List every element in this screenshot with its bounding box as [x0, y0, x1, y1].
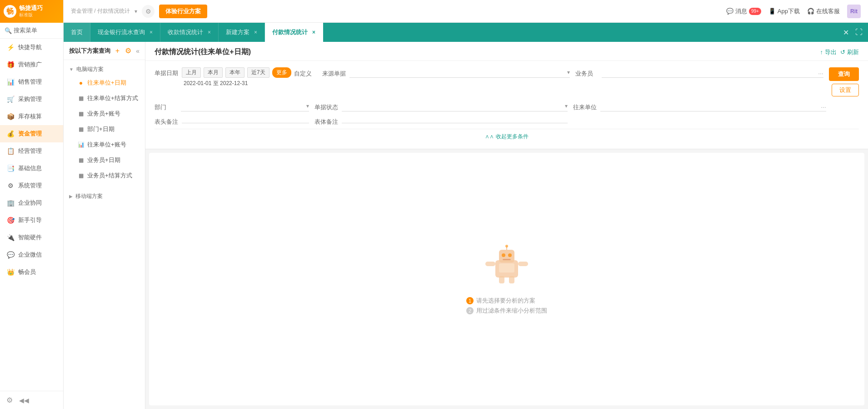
active-scheme-icon: ● — [77, 79, 85, 86]
tab-payment-close-icon[interactable]: × — [312, 29, 315, 35]
refresh-button[interactable]: ↺ 刷新 — [840, 48, 859, 56]
scheme-item-label: 业务员+日期 — [87, 156, 120, 164]
svg-rect-1 — [499, 250, 514, 263]
group-expand-icon: ▼ — [69, 67, 74, 72]
sales-icon: 📊 — [6, 78, 15, 86]
guide-icon: 🎯 — [6, 216, 15, 224]
svg-rect-11 — [499, 263, 514, 273]
sidebar-item-finance[interactable]: 💰 资金管理 — [0, 125, 63, 142]
tab-bank-close-icon[interactable]: × — [150, 29, 153, 35]
unit-input[interactable]: … — [600, 101, 826, 111]
breadcrumb: 资金管理 / 付款情况统计 — [71, 7, 130, 15]
sidebar-item-member[interactable]: 👑 畅会员 — [0, 263, 63, 281]
sidebar-item-label: 企业微信 — [18, 251, 42, 259]
scheme-item-staff-settle[interactable]: ▦ 业务员+结算方式 — [64, 168, 145, 183]
scheme-icon: ▦ — [77, 110, 85, 117]
voucher-status-filter-group: 单据状态 ▾ — [314, 101, 568, 111]
export-label: 导出 — [825, 48, 837, 56]
scheme-item-unit-settle[interactable]: ▦ 往来单位+结算方式 — [64, 91, 145, 106]
sidebar-item-sales[interactable]: 📊 销售管理 — [0, 73, 63, 91]
settings-button[interactable]: 设置 — [832, 84, 859, 96]
scheme-item-staff-account[interactable]: ▦ 业务员+账号 — [64, 106, 145, 121]
footer-settings-icon[interactable]: ⚙ — [6, 396, 13, 404]
scheme-item-unit-date[interactable]: ● 往来单位+日期 — [64, 75, 145, 91]
voucher-status-label: 单据状态 — [314, 101, 338, 111]
dept-dropdown-icon: ▾ — [306, 103, 309, 109]
table-header-note-input[interactable] — [182, 119, 309, 123]
date-btn-this-year[interactable]: 本年 — [225, 67, 244, 78]
date-filter-label: 单据日期 — [155, 67, 178, 77]
date-btn-more[interactable]: 更多 — [272, 67, 291, 78]
tab-receipt-close-icon[interactable]: × — [208, 29, 211, 35]
staff-input[interactable]: … — [602, 67, 823, 78]
sidebar-item-hardware[interactable]: 🔌 智能硬件 — [0, 229, 63, 246]
footer-collapse-icon[interactable]: ◀◀ — [19, 397, 29, 404]
scheme-group-desktop-title[interactable]: ▼ 电脑端方案 — [64, 64, 145, 75]
svg-point-6 — [505, 245, 508, 247]
date-range-display: 2022-01-01 至 2022-12-31 — [182, 80, 317, 87]
date-btn-7days[interactable]: 近7天 — [247, 67, 269, 78]
query-button[interactable]: 查询 — [829, 67, 859, 81]
breadcrumb-dropdown-icon[interactable]: ▾ — [135, 8, 137, 15]
sidebar-item-operation[interactable]: 📋 经营管理 — [0, 142, 63, 160]
dept-input[interactable]: ▾ — [181, 101, 309, 111]
scheme-group-mobile: ▶ 移动端方案 — [64, 187, 145, 206]
tab-new-scheme[interactable]: 新建方案 × — [219, 23, 265, 42]
scheme-item-unit-account[interactable]: 📊 往来单位+账号 — [64, 137, 145, 152]
tab-expand-icon[interactable]: ⛶ — [853, 26, 864, 38]
source-input[interactable]: ▾ — [349, 67, 570, 78]
messages-action[interactable]: 💬 消息 99+ — [726, 7, 761, 15]
unit-more-icon: … — [821, 103, 826, 109]
scheme-group-mobile-title[interactable]: ▶ 移动端方案 — [64, 191, 145, 202]
sidebar-item-guide[interactable]: 🎯 新手引导 — [0, 212, 63, 229]
sidebar-item-label: 库存核算 — [18, 112, 42, 121]
tab-receipt[interactable]: 收款情况统计 × — [160, 23, 219, 42]
sidebar-item-enterprise[interactable]: 🏢 企业协同 — [0, 194, 63, 212]
page-actions: ↑ 导出 ↺ 刷新 — [820, 48, 859, 56]
export-button[interactable]: ↑ 导出 — [820, 48, 837, 56]
sidebar-item-purchase[interactable]: 🛒 采购管理 — [0, 91, 63, 108]
date-btn-this-month[interactable]: 本月 — [204, 67, 223, 78]
sidebar-item-wechat[interactable]: 💬 企业微信 — [0, 246, 63, 263]
sidebar-item-system[interactable]: ⚙ 系统管理 — [0, 177, 63, 194]
table-body-note-label: 表体备注 — [314, 116, 338, 126]
scheme-collapse-button[interactable]: « — [136, 47, 140, 55]
scheme-item-staff-date[interactable]: ▦ 业务员+日期 — [64, 152, 145, 168]
scheme-chart-icon: 📊 — [77, 141, 85, 148]
tab-new-scheme-close-icon[interactable]: × — [254, 29, 257, 35]
tab-home-label: 首页 — [71, 28, 83, 36]
scheme-item-dept-date[interactable]: ▦ 部门+日期 — [64, 121, 145, 137]
filter-actions: 查询 设置 — [829, 67, 859, 96]
refresh-icon: ↺ — [840, 49, 845, 56]
sidebar-item-label: 资金管理 — [18, 130, 42, 138]
tab-home[interactable]: 首页 — [64, 23, 90, 42]
table-body-note-input[interactable] — [342, 119, 568, 123]
scheme-add-button[interactable]: + — [115, 47, 120, 55]
sidebar-item-marketing[interactable]: 🎁 营销推广 — [0, 56, 63, 73]
date-btn-last-month[interactable]: 上月 — [182, 67, 201, 78]
voucher-status-input[interactable]: ▾ — [342, 101, 568, 111]
tab-bank-label: 现金银行流水查询 — [98, 28, 145, 36]
app-download-action[interactable]: 📱 App下载 — [768, 7, 800, 15]
tab-close-all-icon[interactable]: ✕ — [841, 26, 851, 39]
tip-2-text: 用过滤条件来缩小分析范围 — [476, 307, 547, 315]
sidebar-item-inventory[interactable]: 📦 库存核算 — [0, 108, 63, 125]
sidebar-item-quick-nav[interactable]: ⚡ 快捷导航 — [0, 39, 63, 56]
service-action[interactable]: 🎧 在线客服 — [807, 7, 840, 15]
sidebar-item-label: 采购管理 — [18, 95, 42, 103]
trial-button[interactable]: 体验行业方案 — [159, 5, 207, 18]
tab-payment[interactable]: 付款情况统计 × — [265, 23, 323, 42]
scheme-item-label: 业务员+账号 — [87, 110, 120, 118]
empty-tip-1: 1 请先选择要分析的方案 — [466, 297, 547, 305]
source-filter-group: 来源单据 ▾ — [322, 67, 570, 78]
search-menu[interactable]: 🔍 搜索菜单 — [0, 23, 63, 39]
tab-bank[interactable]: 现金银行流水查询 × — [90, 23, 160, 42]
logo-icon: 畅 — [4, 5, 16, 18]
staff-filter-label: 业务员 — [575, 68, 598, 78]
svg-rect-4 — [503, 259, 511, 260]
scheme-settings-button[interactable]: ⚙ — [124, 46, 132, 55]
topbar-settings-button[interactable]: ⚙ — [142, 5, 155, 18]
user-avatar[interactable]: Rit — [847, 5, 861, 18]
collapse-bar[interactable]: ∧∧ 收起更多条件 — [155, 129, 859, 144]
sidebar-item-basic[interactable]: 📑 基础信息 — [0, 160, 63, 177]
